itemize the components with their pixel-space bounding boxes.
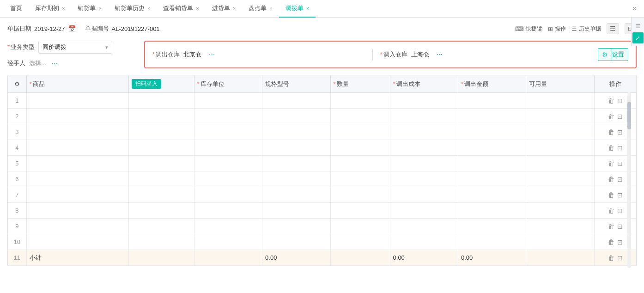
gear-settings-icon[interactable]: ⚙ xyxy=(598,49,612,60)
right-toolbar-list-btn[interactable]: ☰ xyxy=(632,20,644,31)
row-cost-cell[interactable] xyxy=(390,140,458,156)
row-qty-cell[interactable] xyxy=(330,203,390,219)
business-type-select[interactable]: 同价调拨 ▾ xyxy=(38,41,112,54)
row-product-cell[interactable] xyxy=(26,234,128,250)
tab-close-sales-history[interactable]: × xyxy=(147,6,150,11)
row-cost-cell[interactable] xyxy=(390,171,458,187)
row-spec-cell[interactable] xyxy=(262,219,330,234)
tab-bar-close-button[interactable]: × xyxy=(629,5,640,13)
row-unit-cell[interactable] xyxy=(194,156,262,171)
row-product-cell[interactable] xyxy=(26,124,128,140)
row-qty-cell[interactable] xyxy=(330,109,390,124)
row-spec-cell[interactable] xyxy=(262,140,330,156)
row-cost-cell[interactable] xyxy=(390,219,458,234)
row-amount-cell[interactable] xyxy=(458,140,526,156)
delete-icon[interactable]: 🗑 xyxy=(608,207,614,214)
row-cost-cell[interactable] xyxy=(390,187,458,203)
row-amount-cell[interactable] xyxy=(458,187,526,203)
delete-icon[interactable]: 🗑 xyxy=(608,160,614,167)
row-qty-cell[interactable] xyxy=(330,124,390,140)
row-unit-cell[interactable] xyxy=(194,124,262,140)
operations-button[interactable]: ⊞ 操作 xyxy=(548,25,566,33)
row-qty-cell[interactable] xyxy=(330,171,390,187)
shortcuts-button[interactable]: ⌨ 快捷键 xyxy=(515,25,542,33)
row-product-cell[interactable] xyxy=(26,171,128,187)
row-unit-cell[interactable] xyxy=(194,203,262,219)
copy-icon[interactable]: ⊡ xyxy=(617,128,623,136)
row-amount-cell[interactable] xyxy=(458,93,526,109)
tab-sales-history[interactable]: 销货单历史 × xyxy=(108,0,157,18)
row-amount-cell[interactable] xyxy=(458,171,526,187)
row-spec-cell[interactable] xyxy=(262,124,330,140)
tab-close-inventory-init[interactable]: × xyxy=(62,6,65,11)
tab-close-inventory-check[interactable]: × xyxy=(269,6,272,11)
row-unit-cell[interactable] xyxy=(194,234,262,250)
tab-purchase[interactable]: 进货单 × xyxy=(206,0,242,18)
row-qty-cell[interactable] xyxy=(330,187,390,203)
row-unit-cell[interactable] xyxy=(194,109,262,124)
row-cost-cell[interactable] xyxy=(390,156,458,171)
tab-close-transfer[interactable]: × xyxy=(306,6,309,11)
handler-more-icon[interactable]: ··· xyxy=(52,59,58,67)
row-unit-cell[interactable] xyxy=(194,187,262,203)
delete-icon[interactable]: 🗑 xyxy=(608,176,614,183)
row-product-cell[interactable] xyxy=(26,187,128,203)
row-qty-cell[interactable] xyxy=(330,156,390,171)
tab-close-view-sales[interactable]: × xyxy=(196,6,199,11)
tab-inventory-init[interactable]: 库存期初 × xyxy=(29,0,71,18)
tab-close-sales-order[interactable]: × xyxy=(98,6,101,11)
tab-close-purchase[interactable]: × xyxy=(233,6,236,11)
row-cost-cell[interactable] xyxy=(390,109,458,124)
warehouse-out-more-icon[interactable]: ··· xyxy=(209,50,215,59)
tab-inventory-check[interactable]: 盘点单 × xyxy=(242,0,279,18)
delete-icon[interactable]: 🗑 xyxy=(608,128,614,136)
copy-icon[interactable]: ⊡ xyxy=(617,97,623,104)
row-qty-cell[interactable] xyxy=(330,234,390,250)
row-product-cell[interactable] xyxy=(26,156,128,171)
tab-view-sales[interactable]: 查看销货单 × xyxy=(157,0,205,18)
row-unit-cell[interactable] xyxy=(194,93,262,109)
settings-text-button[interactable]: 设置 xyxy=(612,49,628,61)
row-spec-cell[interactable] xyxy=(262,156,330,171)
layout1-button[interactable]: ☰ xyxy=(607,23,619,34)
row-product-cell[interactable] xyxy=(26,203,128,219)
copy-icon[interactable]: ⊡ xyxy=(617,113,623,120)
handler-select[interactable]: 选择... xyxy=(29,59,46,67)
row-amount-cell[interactable] xyxy=(458,203,526,219)
row-amount-cell[interactable] xyxy=(458,234,526,250)
row-spec-cell[interactable] xyxy=(262,93,330,109)
copy-icon[interactable]: ⊡ xyxy=(617,144,623,152)
calendar-icon[interactable]: 📅 xyxy=(68,25,76,32)
row-product-cell[interactable] xyxy=(26,219,128,234)
tab-sales-order[interactable]: 销货单 × xyxy=(71,0,108,18)
row-amount-cell[interactable] xyxy=(458,156,526,171)
copy-icon[interactable]: ⊡ xyxy=(617,160,623,167)
copy-icon[interactable]: ⊡ xyxy=(617,238,623,246)
row-amount-cell[interactable] xyxy=(458,109,526,124)
row-qty-cell[interactable] xyxy=(330,140,390,156)
scrollbar-track[interactable] xyxy=(627,92,631,268)
row-product-cell[interactable] xyxy=(26,140,128,156)
delete-icon[interactable]: 🗑 xyxy=(608,238,614,246)
row-qty-cell[interactable] xyxy=(330,93,390,109)
row-spec-cell[interactable] xyxy=(262,187,330,203)
row-cost-cell[interactable] xyxy=(390,234,458,250)
delete-icon[interactable]: 🗑 xyxy=(608,254,614,262)
copy-icon[interactable]: ⊡ xyxy=(617,223,623,230)
row-spec-cell[interactable] xyxy=(262,109,330,124)
row-spec-cell[interactable] xyxy=(262,234,330,250)
warehouse-in-more-icon[interactable]: ··· xyxy=(437,50,443,59)
delete-icon[interactable]: 🗑 xyxy=(608,223,614,230)
scrollbar-thumb[interactable] xyxy=(627,102,631,129)
row-unit-cell[interactable] xyxy=(194,219,262,234)
tab-home[interactable]: 首页 xyxy=(4,0,29,18)
row-product-cell[interactable] xyxy=(26,109,128,124)
row-qty-cell[interactable] xyxy=(330,219,390,234)
copy-icon[interactable]: ⊡ xyxy=(617,191,623,199)
copy-icon[interactable]: ⊡ xyxy=(617,254,623,262)
col-header-gear[interactable]: ⚙ xyxy=(8,75,26,93)
history-button[interactable]: ☰ 历史单据 xyxy=(571,25,601,33)
delete-icon[interactable]: 🗑 xyxy=(608,113,614,120)
row-unit-cell[interactable] xyxy=(194,171,262,187)
row-amount-cell[interactable] xyxy=(458,124,526,140)
